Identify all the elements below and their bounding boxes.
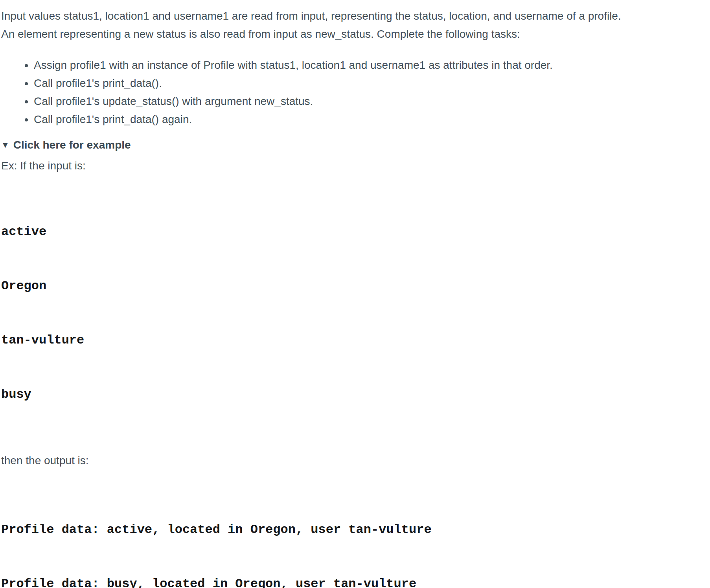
example-input-intro: Ex: If the input is: bbox=[1, 157, 710, 175]
example-toggle[interactable]: ▼Click here for example bbox=[1, 136, 710, 155]
input-line: active bbox=[1, 223, 710, 241]
task-item: Call profile1's update_status() with arg… bbox=[34, 92, 710, 110]
input-line: Oregon bbox=[1, 277, 710, 295]
task-list: Assign profile1 with an instance of Prof… bbox=[1, 56, 710, 129]
example-input-block: active Oregon tan-vulture busy bbox=[1, 187, 710, 440]
problem-statement-line2: An element representing a new status is … bbox=[1, 28, 520, 40]
task-item: Assign profile1 with an instance of Prof… bbox=[34, 56, 710, 74]
example-toggle-label: Click here for example bbox=[13, 139, 131, 151]
task-item: Call profile1's print_data() again. bbox=[34, 110, 710, 129]
output-line: Profile data: busy, located in Oregon, u… bbox=[1, 575, 710, 588]
input-line: tan-vulture bbox=[1, 331, 710, 349]
problem-statement: Input values status1, location1 and user… bbox=[1, 7, 710, 43]
page: Input values status1, location1 and user… bbox=[0, 7, 710, 588]
output-line: Profile data: active, located in Oregon,… bbox=[1, 521, 710, 539]
task-item: Call profile1's print_data(). bbox=[34, 74, 710, 92]
problem-statement-line1: Input values status1, location1 and user… bbox=[1, 10, 621, 22]
input-line: busy bbox=[1, 386, 710, 404]
example-output-intro: then the output is: bbox=[1, 452, 710, 470]
triangle-down-icon: ▼ bbox=[1, 136, 9, 154]
example-output-block: Profile data: active, located in Oregon,… bbox=[1, 485, 710, 588]
